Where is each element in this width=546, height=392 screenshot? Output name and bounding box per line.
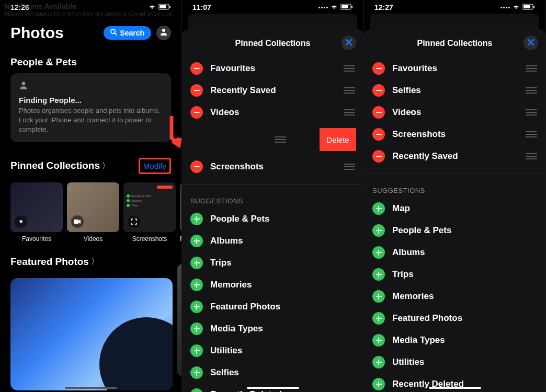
drag-handle[interactable] [344,164,355,170]
card-body: Photos organises people and pets into al… [19,106,163,135]
suggestions-list: People & PetsAlbumsTripsMemoriesFeatured… [182,208,363,392]
pinned-collections-row[interactable]: ♥ Favourites Videos People & Pets Albums… [0,178,181,243]
drag-handle[interactable] [526,131,537,137]
add-button[interactable] [190,344,203,357]
add-button[interactable] [190,301,203,313]
list-row[interactable]: People & Pets [182,208,363,230]
drag-handle[interactable] [526,87,537,94]
list-row[interactable]: Memories [182,274,363,296]
add-button[interactable] [372,378,385,390]
add-button[interactable] [190,366,203,379]
remove-button[interactable] [372,150,385,163]
search-button[interactable]: Search [104,26,151,40]
list-row[interactable]: Recently Deleted [364,373,545,392]
heart-icon: ♥ [15,215,27,228]
list-row[interactable]: Videos [182,101,363,123]
add-button[interactable] [372,202,385,215]
row-label: Featured Photos [392,313,537,324]
remove-button[interactable] [372,62,385,75]
drag-handle[interactable] [344,65,355,72]
row-label: Recently Saved [392,151,518,162]
list-row[interactable]: Favourites [364,57,545,79]
list-row[interactable]: Selfies [364,79,545,101]
list-row[interactable]: Featured Photos [364,307,545,329]
drag-handle[interactable] [526,109,537,116]
row-label: Memories [392,291,537,302]
home-indicator[interactable] [247,387,299,389]
remove-button[interactable] [190,106,203,119]
list-row[interactable]: Recently Saved [182,79,363,101]
list-row[interactable]: Trips [182,252,363,274]
add-button[interactable] [372,268,385,281]
add-button[interactable] [190,235,203,247]
row-label: Screenshots [392,129,518,140]
profile-button[interactable] [156,26,171,40]
list-row[interactable]: People & Pets [364,220,545,241]
featured-photo-next[interactable] [177,264,182,376]
modify-button[interactable]: Modify [139,158,171,174]
list-row[interactable]: Utilities [364,351,545,373]
collection-item-videos[interactable]: Videos [67,182,119,243]
collection-label: Favourites [10,235,63,243]
collection-item-favourites[interactable]: ♥ Favourites [10,182,63,243]
add-button[interactable] [190,279,203,291]
list-row[interactable]: Screenshots [182,156,363,178]
list-row-swiped[interactable]: apDelete [182,123,363,156]
svg-rect-12 [524,5,530,8]
remove-button[interactable] [372,84,385,97]
list-row[interactable]: Featured Photos [182,296,363,318]
home-indicator[interactable] [429,387,481,389]
add-button[interactable] [190,257,203,269]
pinned-title[interactable]: Pinned Collections 〉 [10,160,110,171]
home-indicator[interactable] [65,387,117,389]
featured-photos-header[interactable]: Featured Photos 〉 [0,243,181,273]
person-icon [19,80,163,93]
remove-button[interactable] [372,128,385,141]
collection-item-more[interactable]: R [180,182,181,243]
remove-button[interactable] [190,84,203,97]
minus-icon [194,68,200,69]
status-bar: 11:07 [182,0,363,14]
drag-handle[interactable] [344,109,355,116]
add-button[interactable] [190,388,203,392]
featured-label: Featured Photos [10,256,89,268]
remove-button[interactable] [190,62,203,75]
list-row[interactable]: Utilities [182,340,363,362]
drag-handle[interactable] [344,87,355,94]
list-row[interactable]: Screenshots [364,123,545,145]
close-button[interactable] [342,36,356,50]
list-row[interactable]: Map [364,198,545,220]
close-button[interactable] [524,36,538,50]
remove-button[interactable] [190,160,203,173]
add-button[interactable] [372,312,385,325]
minus-icon [376,68,382,69]
sheet-backdrop [370,14,539,29]
list-row[interactable]: Albums [364,241,545,263]
list-row[interactable]: Recently Saved [364,145,545,167]
delete-button[interactable]: Delete [320,128,356,151]
list-row[interactable]: Albums [182,230,363,252]
people-pets-header[interactable]: People & Pets [0,47,181,73]
add-button[interactable] [372,224,385,237]
featured-photo-thumbnail[interactable] [10,278,173,390]
list-row[interactable]: Videos [364,101,545,123]
collection-item-screenshots[interactable]: People & Pets Albums Trips Screenshots [123,182,176,243]
add-button[interactable] [372,290,385,303]
add-button[interactable] [372,334,385,347]
add-button[interactable] [190,213,203,225]
list-row[interactable]: Memories [364,285,545,307]
battery-icon [340,3,353,11]
add-button[interactable] [372,246,385,259]
list-row[interactable]: Media Types [182,318,363,340]
remove-button[interactable] [372,106,385,119]
drag-handle[interactable] [526,65,537,72]
list-row[interactable]: Media Types [364,329,545,351]
drag-handle[interactable] [275,136,286,143]
add-button[interactable] [190,322,203,335]
list-row[interactable]: Trips [364,263,545,285]
add-button[interactable] [372,356,385,368]
drag-handle[interactable] [526,153,537,159]
battery-icon [522,3,535,11]
list-row[interactable]: Selfies [182,362,363,384]
list-row[interactable]: Favourites [182,57,363,79]
